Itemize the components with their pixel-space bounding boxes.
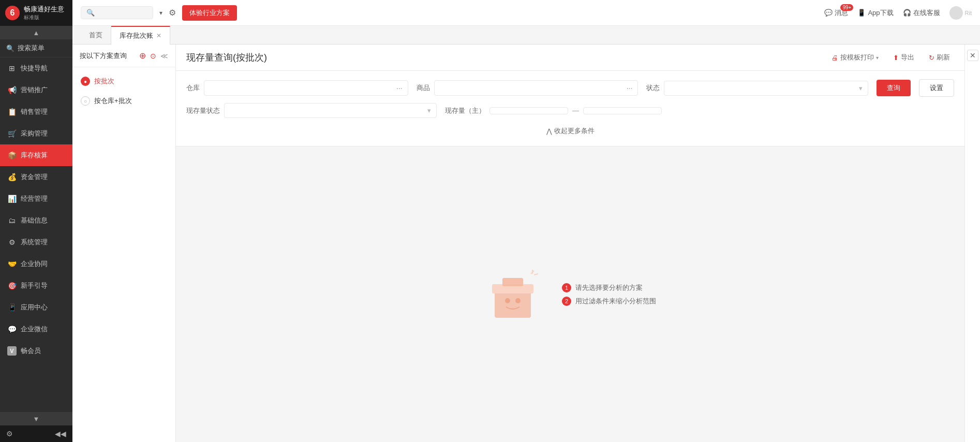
sidebar-settings-icon[interactable]: ⚙ [6, 430, 13, 438]
nav-icon: V [7, 346, 17, 356]
status-select[interactable]: ▾ [664, 81, 868, 96]
page-title: 现存量查询(按批次) [186, 51, 267, 64]
step-1-number: 1 [562, 283, 571, 292]
scheme-item-by-batch[interactable]: ● 按批次 [72, 71, 175, 91]
svg-point-6 [505, 298, 510, 303]
collapse-chevron-icon: ⋀ [546, 127, 552, 135]
tab-home[interactable]: 首页 [81, 26, 111, 45]
sidebar-item-basics[interactable]: 🗂 基础信息 [0, 210, 72, 231]
app-download-item[interactable]: 📱 App下载 [857, 8, 893, 18]
tab-close-icon[interactable]: ✕ [156, 32, 161, 39]
collapse-more-btn[interactable]: ⋀ 收起更多条件 [186, 124, 954, 138]
sidebar-item-quick-nav[interactable]: ⊞ 快捷导航 [0, 57, 72, 79]
stock-amount-max-input[interactable] [583, 107, 662, 114]
topbar-search-input[interactable] [97, 9, 128, 17]
online-service-item[interactable]: 🎧 在线客服 [903, 8, 940, 18]
print-dropdown-icon[interactable]: ▾ [876, 55, 879, 61]
sidebar-item-sales[interactable]: 📋 销售管理 [0, 101, 72, 123]
collapse-panel-icon[interactable]: ≪ [160, 52, 168, 60]
sidebar: 6 畅康通好生意 标准版 ▲ 🔍 搜索菜单 ⊞ 快捷导航 📢 营销推广 📋 销售… [0, 0, 72, 442]
scheme-item-by-warehouse-batch[interactable]: ○ 按仓库+批次 [72, 91, 175, 111]
topbar-search-box[interactable]: 🔍 [81, 6, 153, 19]
app-logo: 6 [5, 6, 20, 20]
refresh-button[interactable]: ↻ 刷新 [925, 51, 954, 64]
messages-item[interactable]: 💬 消息 99+ [824, 8, 848, 18]
empty-svg [484, 263, 546, 326]
stock-amount-min-input[interactable] [489, 107, 568, 114]
tab-batch-ledger[interactable]: 库存批次账 ✕ [111, 26, 170, 45]
svg-rect-0 [495, 289, 531, 318]
avatar-image [949, 6, 963, 20]
stock-status-filter: 现存量状态 ▾ [186, 103, 437, 118]
nav-icon: 💰 [7, 172, 17, 182]
nav-icon: 🎯 [7, 281, 17, 290]
left-panel-header: 按以下方案查询 ⊕ ⊙ ≪ [72, 45, 175, 67]
svg-line-5 [534, 274, 538, 275]
warehouse-input[interactable]: ··· [204, 80, 408, 96]
stock-status-select[interactable]: ▾ [224, 103, 437, 118]
topbar-dropdown-icon[interactable]: ▾ [159, 9, 162, 17]
sidebar-item-marketing[interactable]: 📢 营销推广 [0, 79, 72, 101]
nav-icon: 🤝 [7, 259, 17, 269]
sidebar-item-guide[interactable]: 🎯 新手引导 [0, 275, 72, 297]
sidebar-item-system[interactable]: ⚙ 系统管理 [0, 231, 72, 253]
messages-badge: 99+ [840, 4, 853, 11]
settings-scheme-icon[interactable]: ⊙ [150, 52, 156, 60]
query-button[interactable]: 查询 [877, 80, 911, 96]
empty-illustration [484, 263, 546, 326]
topbar-right: 💬 消息 99+ 📱 App下载 🎧 在线客服 Rit [824, 6, 972, 20]
print-button[interactable]: 🖨 按模板打印 ▾ [827, 51, 883, 64]
sidebar-item-enterprise-wechat[interactable]: 💬 企业微信 [0, 318, 72, 340]
nav-icon: ⊞ [7, 64, 17, 73]
topbar-settings-icon[interactable]: ⚙ [169, 8, 176, 18]
main-content: 现存量查询(按批次) 🖨 按模板打印 ▾ ⬆ 导出 ↻ 刷新 [176, 45, 964, 442]
empty-text: 1 请先选择要分析的方案 2 用过滤条件来缩小分析范围 [562, 283, 656, 306]
scheme-icon-active: ● [81, 77, 90, 86]
sidebar-collapse-icon[interactable]: ◀◀ [55, 430, 66, 438]
empty-step-2: 2 用过滤条件来缩小分析范围 [562, 297, 656, 306]
nav-icon: 📦 [7, 151, 17, 160]
nav-icon: 📢 [7, 85, 17, 95]
content-wrapper: 按以下方案查询 ⊕ ⊙ ≪ ● 按批次 ○ 按仓库+批次 [72, 45, 980, 442]
nav-icon: 💬 [7, 325, 17, 334]
panel-close-button[interactable]: ✕ [967, 50, 978, 61]
svg-point-7 [515, 298, 521, 303]
sidebar-item-inventory[interactable]: 📦 库存核算 [0, 144, 72, 166]
refresh-icon: ↻ [929, 54, 934, 62]
add-scheme-icon[interactable]: ⊕ [139, 51, 146, 61]
warehouse-filter: 仓库 ··· [186, 80, 408, 96]
nav-icon: 🛒 [7, 129, 17, 138]
sidebar-nav: ⊞ 快捷导航 📢 营销推广 📋 销售管理 🛒 采购管理 📦 库存核算 💰 资金管… [0, 57, 72, 412]
headset-icon: 🎧 [903, 9, 911, 17]
product-input[interactable]: ··· [434, 80, 639, 96]
warehouse-more-icon[interactable]: ··· [396, 84, 403, 92]
sidebar-scroll-up[interactable]: ▲ [0, 26, 72, 39]
stock-amount-filter: 现存量（主） — [445, 106, 695, 115]
experience-button[interactable]: 体验行业方案 [182, 5, 237, 21]
filter-row-1: 仓库 ··· 商品 ··· 状态 [186, 79, 954, 97]
export-button[interactable]: ⬆ 导出 [889, 51, 918, 64]
step-2-number: 2 [562, 297, 571, 306]
sidebar-item-finance[interactable]: 💰 资金管理 [0, 166, 72, 188]
svg-rect-2 [502, 278, 523, 286]
filter-area: 仓库 ··· 商品 ··· 状态 [176, 71, 964, 146]
sidebar-search[interactable]: 🔍 搜索菜单 [0, 39, 72, 57]
product-filter: 商品 ··· [417, 80, 639, 96]
sidebar-item-operations[interactable]: 📊 经营管理 [0, 188, 72, 210]
sidebar-item-purchase[interactable]: 🛒 采购管理 [0, 123, 72, 144]
nav-icon: 📋 [7, 107, 17, 116]
sidebar-item-enterprise[interactable]: 🤝 企业协同 [0, 253, 72, 275]
sidebar-scroll-down[interactable]: ▼ [0, 412, 72, 425]
sidebar-item-vip[interactable]: V 畅会员 [0, 340, 72, 362]
sidebar-header: 6 畅康通好生意 标准版 [0, 0, 72, 26]
sidebar-item-app-center[interactable]: 📱 应用中心 [0, 297, 72, 318]
right-panel: ✕ [964, 45, 980, 442]
export-icon: ⬆ [893, 54, 899, 62]
product-more-icon[interactable]: ··· [627, 84, 633, 92]
settings-button[interactable]: 设置 [919, 79, 954, 97]
user-avatar[interactable]: Rit [949, 6, 972, 20]
main-area: 🔍 ▾ ⚙ 体验行业方案 💬 消息 99+ 📱 App下载 🎧 在线客服 Rit [72, 0, 980, 442]
page-actions: 🖨 按模板打印 ▾ ⬆ 导出 ↻ 刷新 [827, 51, 954, 64]
tab-bar: 首页 库存批次账 ✕ [72, 26, 980, 45]
left-panel: 按以下方案查询 ⊕ ⊙ ≪ ● 按批次 ○ 按仓库+批次 [72, 45, 176, 442]
